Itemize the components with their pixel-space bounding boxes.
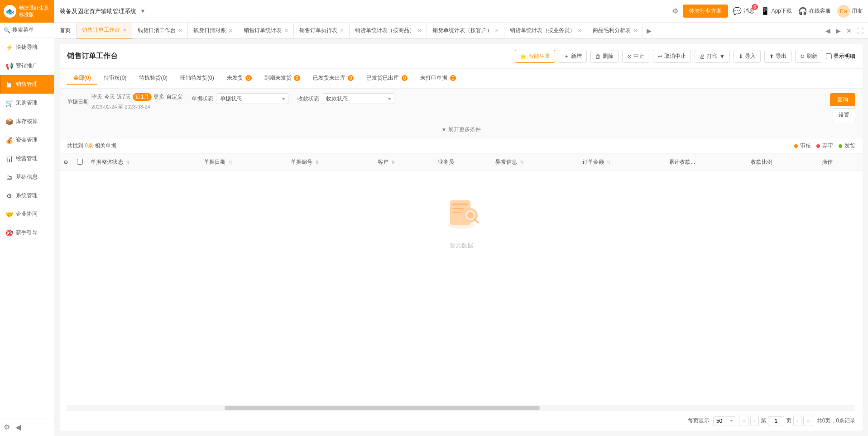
smart-create-button[interactable]: ⭐ 智能生单 [515, 50, 555, 63]
tab-cash-daily[interactable]: 钱货日清工作台 ✕ [132, 23, 188, 39]
tab-sales-stat[interactable]: 销售订单统计表 ✕ [238, 23, 294, 39]
print-button[interactable]: 🖨 打印 ▼ [695, 50, 730, 63]
topbar-gear-icon[interactable]: ⚙ [672, 7, 678, 15]
tab-close-sales-stat-product[interactable]: ✕ [417, 28, 421, 33]
col-settings[interactable]: ⚙ [60, 154, 73, 171]
filter-tab-wangpu-ship[interactable]: 旺铺待发货(0) [174, 72, 221, 85]
tab-sales-stat-customer[interactable]: 销货单统计表（按客户） ✕ [427, 23, 504, 39]
sort-number-icon[interactable]: ⇅ [315, 160, 319, 165]
tab-next-btn[interactable]: ▶ [834, 26, 843, 35]
sidebar-item-enterprise[interactable]: 🤝 企业协同 [0, 205, 54, 223]
status-select[interactable]: 单据状态 [216, 93, 288, 104]
topbar-user[interactable]: Ea 用友 [837, 5, 863, 18]
tab-close-sales-stat-customer[interactable]: ✕ [495, 28, 499, 33]
tab-close-cash-daily[interactable]: ✕ [178, 28, 182, 33]
review-action-btn[interactable]: 审核 [794, 142, 811, 150]
detail-checkbox-input[interactable] [826, 53, 832, 59]
topbar-app-download[interactable]: 📱 App下载 [761, 7, 792, 15]
last-page-btn[interactable]: » [803, 416, 813, 426]
date-7days[interactable]: 近7天 [117, 93, 131, 101]
filter-tab-not-printed[interactable]: 未打印单据 0 [414, 72, 462, 85]
tab-close-cash-reconcile[interactable]: ✕ [229, 28, 232, 33]
sidebar-item-inventory[interactable]: 📦 库存核算 [0, 112, 54, 131]
solution-button[interactable]: 体验行业方案 [683, 5, 728, 18]
page-size-select[interactable]: 50 100 200 [713, 416, 735, 426]
date-today[interactable]: 今天 [104, 93, 115, 101]
sort-amount-icon[interactable]: ⇅ [607, 160, 610, 165]
tab-margin-analysis[interactable]: 商品毛利分析表 ✕ [587, 23, 643, 39]
first-page-btn[interactable]: « [739, 416, 748, 426]
tab-close-sales-stat-staff[interactable]: ✕ [578, 28, 581, 33]
filter-tab-expired-not-shipped[interactable]: 到期未发货 0 [258, 72, 307, 85]
discard-action-btn[interactable]: 弃审 [816, 142, 833, 150]
filter-tab-shipped-not-out[interactable]: 已发货未出库 0 [307, 72, 360, 85]
tab-cash-reconcile[interactable]: 钱货日清对账 ✕ [188, 23, 238, 39]
suspend-button[interactable]: ⊘ 中止 [622, 50, 649, 63]
add-button[interactable]: ＋ 新增 [559, 50, 587, 63]
col-checkbox[interactable] [73, 154, 87, 171]
filter-tab-pending-review[interactable]: 待审核(0) [97, 72, 133, 85]
refresh-button[interactable]: ↻ 刷新 [795, 50, 822, 63]
sidebar-item-marketing[interactable]: 📢 营销推广 [0, 57, 54, 75]
expand-more-btn[interactable]: ▼ 展开更多条件 [441, 126, 481, 133]
topbar-dropdown-icon[interactable]: ▼ [140, 8, 146, 14]
payment-status-select[interactable]: 收款状态 [322, 93, 394, 104]
sidebar-item-baseinfo[interactable]: 🗂 基础信息 [0, 168, 54, 186]
horizontal-scrollbar[interactable] [67, 405, 855, 411]
filter-tab-pending-check[interactable]: 待拣验货(0) [133, 72, 174, 85]
sidebar-item-sales[interactable]: 📋 销售管理 [0, 75, 54, 94]
filter-tab-all[interactable]: 全部(0) [67, 72, 97, 85]
scroll-thumb[interactable] [225, 406, 540, 410]
sidebar-item-quicknav[interactable]: ⚡ 快捷导航 [0, 38, 54, 57]
export-button[interactable]: ⬆ 导出 [764, 50, 791, 63]
tab-prev-btn[interactable]: ◀ [824, 26, 832, 35]
collapse-icon[interactable]: ◀ [15, 423, 21, 431]
date-more[interactable]: 更多 [153, 93, 164, 101]
topbar-message[interactable]: 💬 消息 6 [733, 7, 754, 15]
page-header: 销售订单工作台 ⭐ 智能生单 ＋ 新增 🗑 删除 ⊘ [60, 44, 863, 69]
content-inner: 销售订单工作台 ⭐ 智能生单 ＋ 新增 🗑 删除 ⊘ [60, 44, 863, 431]
tab-home[interactable]: 首页 [54, 23, 77, 39]
logo-text: 畅捷通好生意 标准版 [19, 5, 49, 19]
tabs-more-btn[interactable]: ▶ [643, 27, 655, 34]
sidebar-item-finance[interactable]: 💰 资金管理 [0, 131, 54, 149]
sidebar-item-guide[interactable]: 🎯 新手引导 [0, 223, 54, 242]
tab-sales-workbench[interactable]: 销售订单工作台 ✕ [77, 23, 132, 39]
query-button[interactable]: 查询 [830, 93, 855, 106]
date-custom[interactable]: 自定义 [166, 93, 182, 101]
date-1month[interactable]: 近1月 [133, 93, 152, 101]
page-input[interactable] [768, 416, 784, 426]
delete-icon: 🗑 [595, 53, 601, 60]
ship-action-btn[interactable]: 发货 [839, 142, 855, 150]
setting-button[interactable]: 设置 [833, 108, 855, 122]
tab-close-sales-stat[interactable]: ✕ [284, 28, 288, 33]
sidebar-item-system[interactable]: ⚙ 系统管理 [0, 186, 54, 205]
filter-tab-shipped-out[interactable]: 已发货已出库 0 [360, 72, 414, 85]
topbar-online-service[interactable]: 🎧 在线客服 [798, 7, 831, 15]
tab-close-sales-workbench[interactable]: ✕ [123, 28, 126, 33]
filter-tab-not-shipped[interactable]: 未发货 0 [221, 72, 258, 85]
sort-status-icon[interactable]: ⇅ [126, 160, 129, 165]
sidebar-item-purchase[interactable]: 🛒 采购管理 [0, 94, 54, 112]
tab-sales-exec[interactable]: 销售订单执行表 ✕ [294, 23, 350, 39]
date-yesterday[interactable]: 昨天 [91, 93, 102, 101]
sort-date-icon[interactable]: ⇅ [229, 160, 232, 165]
sort-abnormal-icon[interactable]: ⇅ [520, 160, 523, 165]
tab-close-sales-exec[interactable]: ✕ [340, 28, 344, 33]
next-page-btn[interactable]: › [793, 416, 801, 426]
settings-icon[interactable]: ⚙ [4, 423, 10, 431]
prev-page-btn[interactable]: ‹ [750, 416, 758, 426]
cancel-suspend-button[interactable]: ↩ 取消中止 [653, 50, 691, 63]
tab-fullscreen-btn[interactable]: ⛶ [855, 26, 865, 35]
delete-button[interactable]: 🗑 删除 [590, 50, 619, 63]
tab-close-margin-analysis[interactable]: ✕ [633, 28, 637, 33]
tab-sales-stat-product[interactable]: 销货单统计表（按商品） ✕ [350, 23, 427, 39]
select-all-checkbox[interactable] [77, 159, 83, 165]
sidebar-search[interactable]: 🔍 搜索菜单 [0, 23, 54, 38]
sidebar-item-operations[interactable]: 📊 经营管理 [0, 149, 54, 168]
tab-close-all-btn[interactable]: ✕ [844, 26, 854, 35]
sort-customer-icon[interactable]: ⇅ [391, 160, 395, 165]
tab-sales-stat-staff[interactable]: 销货单统计表（按业务员） ✕ [504, 23, 587, 39]
show-detail-checkbox[interactable]: 显示明细 [826, 52, 855, 60]
import-button[interactable]: ⬇ 导入 [734, 50, 761, 63]
